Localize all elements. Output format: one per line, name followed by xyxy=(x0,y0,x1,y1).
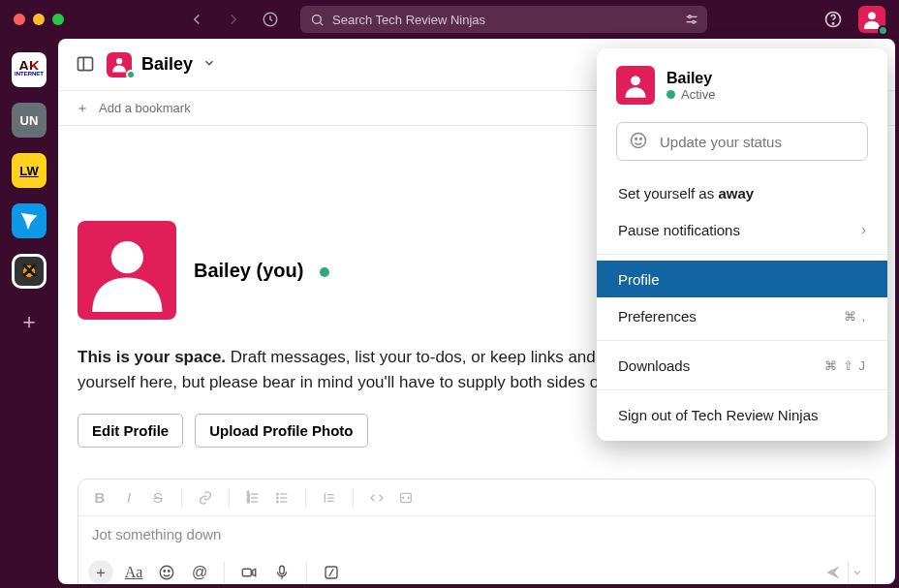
send-group xyxy=(819,562,865,583)
space-text-bold: This is your space. xyxy=(78,348,226,366)
bold-button[interactable]: B xyxy=(88,484,111,511)
user-menu-avatar xyxy=(616,66,655,105)
split-view-icon[interactable] xyxy=(76,54,97,76)
channel-name[interactable]: Bailey xyxy=(141,54,193,75)
history-nav xyxy=(186,9,281,30)
menu-separator xyxy=(597,254,887,255)
audio-button[interactable] xyxy=(269,560,294,584)
edit-profile-button[interactable]: Edit Profile xyxy=(78,414,183,448)
format-toolbar: B I S 123 xyxy=(78,480,875,516)
add-bookmark-label: Add a bookmark xyxy=(99,101,191,115)
back-button[interactable] xyxy=(186,9,207,30)
user-avatar-button[interactable] xyxy=(858,6,885,33)
emoji-button[interactable] xyxy=(154,560,179,584)
plus-icon: ＋ xyxy=(76,100,89,117)
svg-point-41 xyxy=(632,133,646,147)
pause-notifications-item[interactable]: Pause notifications › xyxy=(597,211,887,248)
search-bar[interactable]: Search Tech Review Ninjas xyxy=(300,6,707,33)
composer-input[interactable]: Jot something down xyxy=(78,516,875,552)
svg-point-9 xyxy=(868,12,876,19)
smile-icon xyxy=(629,131,648,153)
self-avatar xyxy=(78,221,176,320)
titlebar: Search Tech Review Ninjas xyxy=(0,0,899,39)
search-placeholder: Search Tech Review Ninjas xyxy=(332,13,485,27)
preferences-shortcut: ⌘ , xyxy=(844,309,866,324)
sign-out-item[interactable]: Sign out of Tech Review Ninjas xyxy=(597,396,887,433)
svg-point-42 xyxy=(636,138,637,139)
message-composer: B I S 123 xyxy=(78,479,876,584)
bullet-list-button[interactable] xyxy=(270,484,294,511)
history-button[interactable] xyxy=(260,9,281,30)
workspace-5-active[interactable]: ✕ xyxy=(12,254,46,289)
set-away-item[interactable]: Set yourself as away xyxy=(597,174,887,211)
chevron-right-icon: › xyxy=(861,222,866,237)
svg-rect-10 xyxy=(78,57,93,70)
svg-point-6 xyxy=(693,20,696,23)
presence-dot xyxy=(126,70,136,79)
svg-point-40 xyxy=(631,76,640,85)
mention-button[interactable]: @ xyxy=(187,560,212,584)
workspace-4[interactable] xyxy=(12,203,46,238)
downloads-item[interactable]: Downloads ⌘ ⇧ J xyxy=(597,347,887,384)
ordered-list-button[interactable]: 123 xyxy=(241,484,264,511)
add-workspace-button[interactable]: ＋ xyxy=(12,304,46,339)
send-button[interactable] xyxy=(819,564,848,581)
svg-line-39 xyxy=(329,569,334,576)
user-menu-header: Bailey Active xyxy=(597,66,887,116)
svg-point-8 xyxy=(832,23,833,24)
help-button[interactable] xyxy=(822,8,845,31)
status-placeholder: Update your status xyxy=(660,134,782,150)
svg-point-13 xyxy=(110,241,142,273)
filter-icon[interactable] xyxy=(684,12,699,27)
workspace-2[interactable]: UN xyxy=(12,103,46,138)
video-button[interactable] xyxy=(236,560,262,584)
user-menu: Bailey Active Update your status Set you… xyxy=(597,48,887,441)
shortcut-button[interactable] xyxy=(319,560,344,584)
menu-separator xyxy=(597,340,887,341)
chevron-down-icon[interactable] xyxy=(202,56,216,74)
italic-button[interactable]: I xyxy=(117,484,140,511)
composer-actions: ＋ Aa @ xyxy=(78,552,875,584)
svg-line-2 xyxy=(320,22,323,25)
svg-point-43 xyxy=(640,138,642,139)
upload-photo-button[interactable]: Upload Profile Photo xyxy=(195,414,367,448)
link-button[interactable] xyxy=(194,484,217,511)
svg-point-4 xyxy=(689,15,692,18)
workspace-1[interactable]: AKINTERNET xyxy=(12,52,46,87)
svg-text:3: 3 xyxy=(247,499,250,504)
workspace-3[interactable]: LW xyxy=(12,153,46,188)
fullscreen-window[interactable] xyxy=(52,14,64,25)
svg-point-23 xyxy=(276,493,278,495)
workspace-rail: AKINTERNET UN LW ✕ ＋ xyxy=(0,39,58,588)
blockquote-button[interactable] xyxy=(318,484,341,511)
attach-button[interactable]: ＋ xyxy=(88,560,113,584)
forward-button[interactable] xyxy=(223,9,244,30)
profile-item[interactable]: Profile xyxy=(597,261,887,297)
window-controls xyxy=(14,14,64,25)
status-input[interactable]: Update your status xyxy=(616,122,868,161)
minimize-window[interactable] xyxy=(33,14,45,25)
search-icon xyxy=(310,13,325,27)
preferences-item[interactable]: Preferences ⌘ , xyxy=(597,297,887,334)
svg-point-25 xyxy=(276,501,278,503)
svg-point-33 xyxy=(169,571,170,573)
user-menu-status: Active xyxy=(666,87,715,102)
format-toggle-button[interactable]: Aa xyxy=(121,560,146,584)
svg-point-12 xyxy=(116,58,122,64)
svg-point-31 xyxy=(160,566,173,579)
svg-point-32 xyxy=(164,571,166,573)
close-window[interactable] xyxy=(14,14,25,25)
presence-indicator xyxy=(878,25,888,36)
svg-point-1 xyxy=(313,15,322,23)
self-name: Bailey (you) xyxy=(194,260,303,281)
svg-rect-34 xyxy=(242,569,251,576)
downloads-shortcut: ⌘ ⇧ J xyxy=(824,358,866,373)
presence-dot-icon xyxy=(666,90,675,99)
svg-marker-35 xyxy=(253,569,256,576)
svg-point-24 xyxy=(276,497,278,499)
codeblock-button[interactable] xyxy=(394,484,418,511)
send-options-button[interactable] xyxy=(848,562,865,583)
code-button[interactable] xyxy=(365,484,388,511)
strike-button[interactable]: S xyxy=(146,484,170,511)
self-presence-dot xyxy=(320,267,329,277)
